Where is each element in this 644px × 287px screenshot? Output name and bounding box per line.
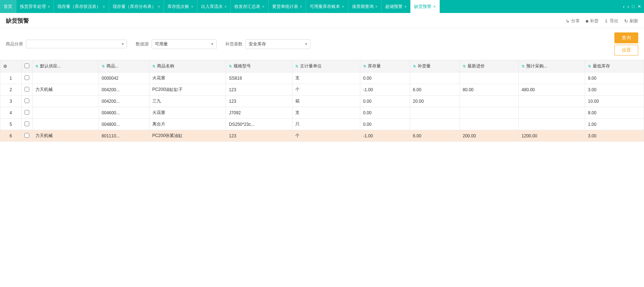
row-estimated-purchase-1 (518, 72, 585, 84)
tab-available[interactable]: 可用量库存账本 × (306, 0, 348, 13)
datasource-select[interactable]: 可用量 ▾ (152, 39, 217, 49)
row-unit-1: 支 (292, 72, 360, 84)
th-replenish-qty[interactable]: ⇅ 补货量 (410, 60, 460, 72)
sort-icon-spec: ⇅ (229, 64, 232, 68)
tab-home[interactable]: 首页 (0, 0, 16, 13)
share-button[interactable]: ↳ 分享 (566, 18, 580, 24)
sort-icon-product-name: ⇅ (152, 64, 155, 68)
category-select[interactable]: ▾ (26, 40, 127, 48)
tab-overstock[interactable]: 超储预警 × (382, 0, 410, 13)
row-product-code-4: 004600... (99, 107, 149, 119)
tab-close-inventory-dist[interactable]: × (158, 4, 160, 9)
th-product-name[interactable]: ⇅ 商品名称 (149, 60, 226, 72)
row-checkbox-3[interactable] (21, 96, 32, 107)
replenish-icon: ■ (586, 18, 588, 24)
row-checkbox-1[interactable] (21, 72, 32, 84)
th-spec[interactable]: ⇅ 规格型号 (226, 60, 292, 72)
row-min-stock-1: 8.00 (585, 72, 644, 84)
export-icon: ⇩ (604, 18, 608, 24)
th-supplier[interactable]: ⇅ 默认供应... (32, 60, 99, 72)
tab-inventory-dist[interactable]: 现存量（库存分布表） × (109, 0, 164, 13)
tab-close-shortage[interactable]: × (433, 4, 435, 9)
tab-close-requisition[interactable]: × (300, 4, 302, 9)
select-all-checkbox[interactable] (25, 63, 29, 68)
tab-batch-account[interactable]: 库存批次账 × (164, 0, 197, 13)
th-checkbox[interactable] (21, 60, 32, 72)
tab-close-summary[interactable]: × (262, 4, 264, 9)
query-button[interactable]: 查询 (614, 32, 638, 43)
data-table: ⚙ ⇅ 默认供应... ⇅ 商品... (0, 60, 644, 142)
row-checkbox-2[interactable] (21, 84, 32, 96)
replenish-button[interactable]: ■ 补货 (586, 18, 599, 24)
th-gear[interactable]: ⚙ (0, 60, 22, 72)
tab-inout-flow[interactable]: 出入库流水 × (197, 0, 231, 13)
sort-icon-stock: ⇅ (363, 64, 366, 68)
row-product-name-2: PC200油缸缸子 (149, 84, 226, 96)
category-filter-group: 商品分类 ▾ (6, 40, 127, 48)
setting-button[interactable]: 设置 (614, 45, 638, 56)
row-product-code-5: 004800... (99, 119, 149, 130)
datasource-value: 可用量 (155, 41, 168, 47)
tab-summary[interactable]: 收发存汇总表 × (231, 0, 268, 13)
th-latest-price[interactable]: ⇅ 最新进价 (460, 60, 518, 72)
th-min-stock[interactable]: ⇅ 最低库存 (585, 60, 644, 72)
tab-close-overstock[interactable]: × (404, 4, 406, 9)
tab-shortage[interactable]: 缺货预警 × (410, 0, 439, 13)
table-row: 1 0000042 火花塞 SS816 支 0.00 8.00 (0, 72, 644, 84)
row-spec-5: DS250*23c... (226, 119, 292, 130)
table-row: 5 004800... 离合片 DS250*23c... 只 0.00 1.00 (0, 119, 644, 130)
tab-close-available[interactable]: × (342, 4, 344, 9)
replenish-base-select[interactable]: 安全库存 ▾ (245, 39, 310, 49)
th-product-code[interactable]: ⇅ 商品... (99, 60, 149, 72)
page-title: 缺货预警 (6, 17, 29, 25)
row-product-code-3: 004200... (99, 96, 149, 107)
row-supplier-4 (32, 107, 99, 119)
tab-close-inout-flow[interactable]: × (225, 4, 227, 9)
tab-next-icon[interactable]: › (626, 4, 631, 9)
row-stock-5: 0.00 (360, 119, 410, 130)
tab-expiry[interactable]: 保质期查询 × (348, 0, 382, 13)
row-latest-price-1 (460, 72, 518, 84)
tab-requisition[interactable]: 要货单统计表 × (269, 0, 306, 13)
row-spec-3: 123 (226, 96, 292, 107)
row-product-code-6: 801110... (99, 130, 149, 142)
row-checkbox-6[interactable] (21, 130, 32, 142)
row-min-stock-3: 10.00 (585, 96, 644, 107)
th-estimated-purchase[interactable]: ⇅ 预计采购... (518, 60, 585, 72)
datasource-label: 数据源 (136, 41, 149, 47)
header-actions: ↳ 分享 ■ 补货 ⇩ 导出 ↻ 刷新 (566, 18, 638, 24)
tab-inventory-status[interactable]: 现存量（库存状况表） × (54, 0, 109, 13)
row-stock-1: 0.00 (360, 72, 410, 84)
th-stock[interactable]: ⇅ 库存量 (360, 60, 410, 72)
tab-close-picking[interactable]: × (48, 4, 50, 9)
tab-picking[interactable]: 拣货异常处理 × (16, 0, 54, 13)
row-stock-4: 0.00 (360, 107, 410, 119)
row-checkbox-4[interactable] (21, 107, 32, 119)
row-product-name-6: PC200张紧油缸 (149, 130, 226, 142)
row-supplier-6: 力天机械 (32, 130, 99, 142)
tab-close-inventory-status[interactable]: × (103, 4, 105, 9)
row-checkbox-5[interactable] (21, 119, 32, 130)
th-unit[interactable]: ⇅ 主计量单位 (292, 60, 360, 72)
export-button[interactable]: ⇩ 导出 (604, 18, 618, 24)
table-row: 6 力天机械 801110... PC200张紧油缸 123 个 -1.00 6… (0, 130, 644, 142)
row-min-stock-5: 1.00 (585, 119, 644, 130)
tab-close-batch-account[interactable]: × (191, 4, 193, 9)
refresh-button[interactable]: ↻ 刷新 (624, 18, 638, 24)
tab-prev-icon[interactable]: ‹ (621, 4, 626, 9)
tab-bar: 首页 拣货异常处理 × 现存量（库存状况表） × 现存量（库存分布表） × 库存… (0, 0, 644, 13)
row-replenish-qty-2: 6.00 (410, 84, 460, 96)
tab-close-expiry[interactable]: × (375, 4, 378, 9)
row-spec-4: J7092 (226, 107, 292, 119)
replenish-base-chevron-icon: ▾ (305, 41, 307, 47)
row-replenish-qty-5 (410, 119, 460, 130)
row-supplier-5 (32, 119, 99, 130)
replenish-base-label: 补货基数 (225, 41, 243, 47)
row-min-stock-4: 8.00 (585, 107, 644, 119)
replenish-base-value: 安全库存 (249, 41, 266, 47)
tab-close-all-icon[interactable]: ✕ (636, 4, 643, 9)
tab-restore-icon[interactable]: □ (631, 4, 636, 9)
sort-icon-estimated-purchase: ⇅ (522, 64, 525, 68)
row-estimated-purchase-4 (518, 107, 585, 119)
category-chevron-icon: ▾ (122, 41, 124, 47)
